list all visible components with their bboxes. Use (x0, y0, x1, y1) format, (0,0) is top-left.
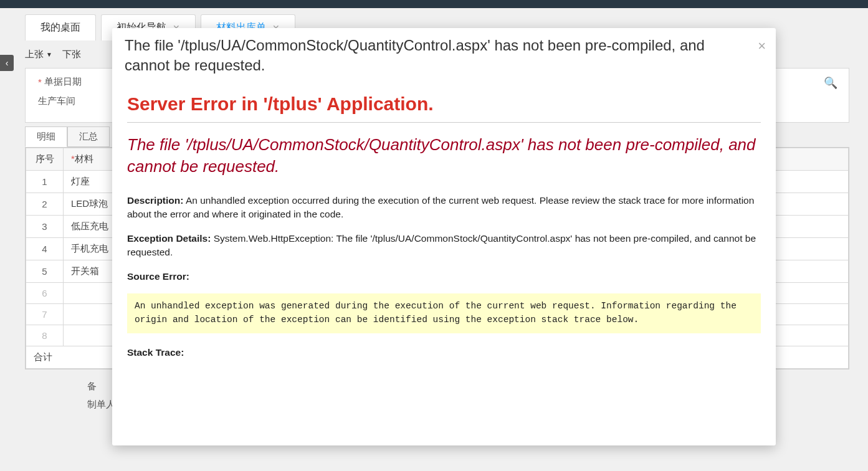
close-icon[interactable]: × (758, 37, 766, 55)
divider (127, 122, 761, 123)
modal-overlay: The file '/tplus/UA/CommonStock/Quantity… (0, 0, 868, 471)
error-subheading: The file '/tplus/UA/CommonStock/Quantity… (127, 134, 761, 178)
source-error-box: An unhandled exception was generated dur… (127, 293, 761, 333)
modal-title: The file '/tplus/UA/CommonStock/Quantity… (125, 37, 705, 74)
modal-body[interactable]: Server Error in '/tplus' Application. Th… (123, 83, 765, 434)
error-heading: Server Error in '/tplus' Application. (127, 93, 761, 115)
stack-trace-label: Stack Trace: (127, 346, 761, 359)
source-error-label: Source Error: (127, 270, 761, 283)
modal-header: The file '/tplus/UA/CommonStock/Quantity… (112, 28, 776, 83)
exception-details: Exception Details: System.Web.HttpExcept… (127, 232, 761, 260)
error-modal: The file '/tplus/UA/CommonStock/Quantity… (112, 28, 776, 445)
error-description: Description: An unhandled exception occu… (127, 194, 761, 222)
